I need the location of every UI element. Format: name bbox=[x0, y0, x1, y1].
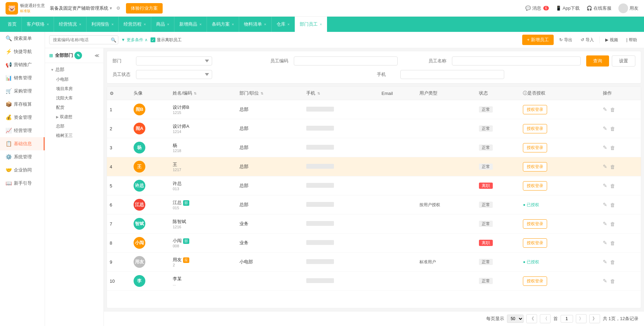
query-button[interactable]: 查询 bbox=[586, 55, 609, 67]
message-button[interactable]: 💬 消息 6 bbox=[525, 5, 549, 11]
sidebar-item-库存核算[interactable]: 📦库存核算 bbox=[0, 98, 45, 111]
sidebar-item-资金管理[interactable]: 💰资金管理 bbox=[0, 111, 45, 124]
delete-icon[interactable]: 🗑 bbox=[610, 183, 615, 189]
delete-icon[interactable]: 🗑 bbox=[610, 126, 615, 132]
first-page-button[interactable]: 《 bbox=[526, 314, 537, 323]
sort-icon-dept[interactable]: ⇅ bbox=[261, 91, 263, 95]
support-button[interactable]: 🎧 在线客服 bbox=[587, 5, 611, 11]
search-input[interactable] bbox=[49, 35, 118, 44]
trial-button[interactable]: 体验行业方案 bbox=[126, 3, 163, 14]
dept-child-peihuo[interactable]: 配货 bbox=[45, 103, 103, 112]
edit-icon[interactable]: ✎ bbox=[603, 164, 607, 170]
settings-icon[interactable]: ⚙ bbox=[116, 6, 120, 11]
app-download-button[interactable]: 📱 App下载 bbox=[556, 5, 580, 11]
sidebar-item-经营管理[interactable]: 📈经营管理 bbox=[0, 124, 45, 137]
nav-item-条码方案[interactable]: 条码方案× bbox=[207, 17, 239, 32]
nav-item-客户联络[interactable]: 客户联络× bbox=[22, 17, 54, 32]
sidebar-item-销售管理[interactable]: 📊销售管理 bbox=[0, 71, 45, 85]
close-icon[interactable]: × bbox=[288, 22, 290, 26]
sidebar-item-快捷导航[interactable]: ⚡快捷导航 bbox=[0, 45, 45, 58]
sort-icon-phone[interactable]: ⇅ bbox=[317, 91, 320, 95]
edit-icon[interactable]: ✎ bbox=[603, 144, 607, 151]
edit-icon[interactable]: ✎ bbox=[603, 202, 607, 208]
dept-group-label[interactable]: ▼ 总部 bbox=[45, 64, 103, 75]
edit-icon[interactable]: ✎ bbox=[603, 259, 607, 265]
next-page-button[interactable]: 〉 bbox=[576, 314, 587, 323]
edit-icon[interactable]: ✎ bbox=[603, 278, 607, 284]
close-icon[interactable]: × bbox=[167, 22, 169, 26]
dept-child-zhishu[interactable]: 植树王三 bbox=[45, 131, 103, 140]
delete-icon[interactable]: 🗑 bbox=[610, 240, 615, 246]
emp-code-input[interactable] bbox=[294, 56, 398, 65]
search-icon[interactable]: 🔍 bbox=[111, 37, 116, 43]
delete-icon[interactable]: 🗑 bbox=[610, 107, 615, 113]
close-icon[interactable]: × bbox=[79, 22, 81, 26]
auth-button[interactable]: 授权登录 bbox=[523, 124, 547, 133]
auth-button[interactable]: 授权登录 bbox=[523, 162, 547, 171]
video-button[interactable]: ▶ 视频 bbox=[602, 36, 621, 44]
nav-item-仓库[interactable]: 仓库× bbox=[272, 17, 295, 32]
sidebar-item-系统管理[interactable]: ⚙️系统管理 bbox=[0, 150, 45, 164]
delete-icon[interactable]: 🗑 bbox=[610, 221, 615, 227]
dept-child-zongbu-sub[interactable]: 总部 bbox=[45, 122, 103, 131]
close-icon[interactable]: × bbox=[320, 22, 322, 26]
last-page-button[interactable]: 》 bbox=[589, 314, 600, 323]
nav-item-经营情况[interactable]: 经营情况× bbox=[54, 17, 86, 32]
dept-child-shenyangdaku[interactable]: 沈阳大库 bbox=[45, 94, 103, 103]
dept-child-shuangxuxiang[interactable]: ▶ 双虚想 bbox=[45, 112, 103, 122]
collapse-icon[interactable]: ≪ bbox=[94, 53, 99, 58]
edit-icon[interactable]: ✎ bbox=[603, 106, 607, 113]
page-number-input[interactable] bbox=[561, 315, 573, 323]
emp-status-select[interactable] bbox=[136, 70, 212, 79]
delete-icon[interactable]: 🗑 bbox=[610, 278, 615, 284]
per-page-select[interactable]: 50 bbox=[507, 315, 524, 323]
export-button[interactable]: ↻ 导出 bbox=[556, 36, 575, 44]
import-button[interactable]: ↺ 导入 bbox=[578, 36, 597, 44]
delete-icon[interactable]: 🗑 bbox=[610, 164, 615, 170]
close-icon[interactable]: × bbox=[144, 22, 146, 26]
dept-child-xiangmukufang[interactable]: 项目库房 bbox=[45, 84, 103, 94]
dept-edit-icon[interactable]: ✎ bbox=[74, 52, 82, 59]
sidebar-item-基础信息[interactable]: 📋基础信息 bbox=[0, 137, 45, 150]
more-filters-button[interactable]: ▼ 更多条件 ∧ bbox=[121, 37, 148, 43]
nav-item-部门员工[interactable]: 部门员工× bbox=[295, 17, 327, 32]
delete-icon[interactable]: 🗑 bbox=[610, 145, 615, 151]
set-button[interactable]: 设置 bbox=[612, 55, 635, 67]
sidebar-item-企业协同[interactable]: 🤝企业协同 bbox=[0, 164, 45, 177]
auth-button[interactable]: 授权登录 bbox=[523, 219, 547, 229]
edit-icon[interactable]: ✎ bbox=[603, 125, 607, 132]
auth-button[interactable]: 授权登录 bbox=[523, 105, 547, 114]
close-icon[interactable]: × bbox=[47, 22, 49, 26]
auth-button[interactable]: 授权登录 bbox=[523, 143, 547, 152]
sort-icon-name[interactable]: ⇅ bbox=[194, 91, 197, 95]
prev-page-button[interactable]: 〈 bbox=[540, 314, 551, 323]
th-settings[interactable]: ⚙ bbox=[107, 87, 131, 100]
emp-name-input[interactable] bbox=[452, 56, 581, 65]
edit-icon[interactable]: ✎ bbox=[603, 221, 607, 227]
nav-item-经营历程[interactable]: 经营历程× bbox=[119, 17, 151, 32]
sidebar-item-新手引导[interactable]: 📖新手引导 bbox=[0, 177, 45, 190]
sidebar-item-搜索菜单[interactable]: 🔍搜索菜单 bbox=[0, 32, 45, 45]
user-menu[interactable]: 用友 bbox=[618, 3, 638, 13]
delete-icon[interactable]: 🗑 bbox=[610, 202, 615, 208]
close-icon[interactable]: × bbox=[199, 22, 201, 26]
auth-button[interactable]: 授权登录 bbox=[523, 238, 547, 248]
sidebar-item-营销推广[interactable]: 📢营销推广 bbox=[0, 58, 45, 71]
nav-item-新增商品[interactable]: 新增商品× bbox=[174, 17, 207, 32]
dept-child-xiaodianbu[interactable]: 小电部 bbox=[45, 75, 103, 84]
phone-input[interactable] bbox=[400, 70, 504, 79]
sidebar-item-采购管理[interactable]: 🛒采购管理 bbox=[0, 85, 45, 98]
add-employee-button[interactable]: + 新增员工 bbox=[522, 35, 554, 45]
nav-item-物料清单[interactable]: 物料清单× bbox=[239, 17, 271, 32]
delete-icon[interactable]: 🗑 bbox=[610, 259, 615, 265]
dept-select[interactable] bbox=[136, 56, 212, 65]
auth-button[interactable]: 授权登录 bbox=[523, 181, 547, 191]
nav-item-商品[interactable]: 商品× bbox=[151, 17, 174, 32]
show-resigned-checkbox[interactable]: ✓ 显示离职员工 bbox=[151, 37, 182, 43]
nav-item-利润报告[interactable]: 利润报告× bbox=[87, 17, 119, 32]
close-icon[interactable]: × bbox=[111, 22, 114, 26]
edit-icon[interactable]: ✎ bbox=[603, 240, 607, 246]
edit-icon[interactable]: ✎ bbox=[603, 183, 607, 189]
auth-button[interactable]: 授权登录 bbox=[523, 276, 547, 286]
help-button[interactable]: | 帮助 bbox=[624, 36, 640, 44]
